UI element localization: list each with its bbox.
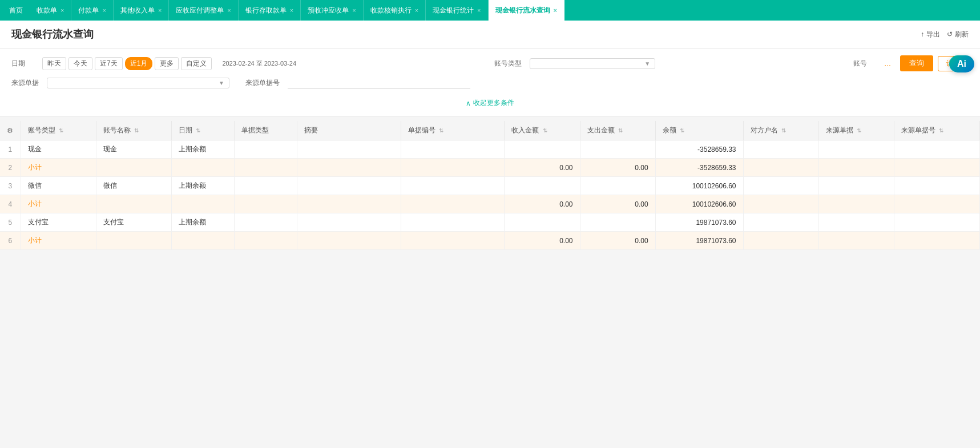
nav-tab-2[interactable]: 其他收入单 × (114, 0, 169, 21)
nav-tab-1[interactable]: 付款单 × (71, 0, 113, 21)
account-name-cell (96, 159, 171, 177)
counterpart-cell (743, 232, 818, 250)
source-doc-no-cell (894, 159, 979, 177)
close-tab-7[interactable]: × (477, 7, 481, 14)
account-type-select[interactable]: ▼ (530, 58, 655, 69)
date-cell: 上期余额 (171, 177, 234, 195)
nav-tab-3[interactable]: 应收应付调整单 × (169, 0, 238, 21)
doc-type-cell (235, 213, 297, 232)
close-tab-1[interactable]: × (102, 7, 106, 14)
date-cell: 上期余额 (171, 140, 234, 159)
close-tab-0[interactable]: × (61, 7, 64, 14)
date-btn-1month[interactable]: 近1月 (125, 57, 153, 70)
th-counterpart[interactable]: 对方户名 ⇅ (743, 121, 818, 140)
date-btn-yesterday[interactable]: 昨天 (42, 57, 66, 70)
source-doc-no-cell (894, 140, 979, 159)
ai-badge[interactable]: Ai (949, 55, 974, 72)
th-summary[interactable]: 摘要 (297, 121, 401, 140)
balance-cell: 19871073.60 (655, 232, 743, 250)
income-cell (505, 177, 580, 195)
close-tab-6[interactable]: × (415, 7, 418, 14)
row-num-cell: 5 (0, 213, 21, 232)
th-source-doc[interactable]: 来源单据 ⇅ (818, 121, 894, 140)
date-cell (171, 159, 234, 177)
account-filter: 账号 ... (853, 59, 896, 68)
th-account-name[interactable]: 账号名称 ⇅ (96, 121, 171, 140)
doc-no-cell (401, 177, 504, 195)
source-doc-no-cell (894, 213, 979, 232)
nav-tab-4[interactable]: 银行存取款单 × (239, 0, 301, 21)
date-btn-7days[interactable]: 近7天 (95, 57, 123, 70)
source-doc-cell (818, 213, 894, 232)
balance-cell: 100102606.60 (655, 195, 743, 213)
date-cell: 上期余额 (171, 213, 234, 232)
expense-cell (580, 140, 655, 159)
th-balance[interactable]: 余额 ⇅ (655, 121, 743, 140)
income-cell (505, 213, 580, 232)
th-doc-no[interactable]: 单据编号 ⇅ (401, 121, 504, 140)
th-date[interactable]: 日期 ⇅ (171, 121, 234, 140)
th-account-type[interactable]: 账号类型 ⇅ (21, 121, 96, 140)
source-doc-cell (818, 195, 894, 213)
close-tab-4[interactable]: × (290, 7, 293, 14)
account-type-cell: 小计 (21, 159, 96, 177)
sort-source-doc-no-icon: ⇅ (939, 127, 943, 134)
source-doc-no-input[interactable] (288, 77, 470, 89)
account-type-filter: 账号类型 ▼ (494, 58, 655, 69)
summary-cell (297, 213, 401, 232)
query-button[interactable]: 查询 (900, 55, 933, 71)
nav-tab-5[interactable]: 预收冲应收单 × (301, 0, 363, 21)
source-doc-cell (818, 232, 894, 250)
summary-cell (297, 232, 401, 250)
date-buttons: 昨天 今天 近7天 近1月 更多 自定义 (42, 57, 212, 70)
th-source-doc-no[interactable]: 来源单据号 ⇅ (894, 121, 979, 140)
collapse-bar[interactable]: ∧ 收起更多条件 (11, 95, 969, 109)
date-btn-today[interactable]: 今天 (68, 57, 92, 70)
refresh-button[interactable]: ↺ 刷新 (947, 30, 969, 39)
export-icon: ↑ (921, 30, 924, 38)
date-btn-custom[interactable]: 自定义 (181, 57, 212, 70)
source-doc-select[interactable]: ▼ (47, 78, 229, 88)
date-range-display: 2023-02-24 至 2023-03-24 (222, 59, 296, 68)
nav-tab-8[interactable]: 现金银行流水查询 × (489, 0, 564, 21)
sort-balance-icon: ⇅ (680, 127, 684, 134)
th-expense[interactable]: 支出金额 ⇅ (580, 121, 655, 140)
close-tab-3[interactable]: × (227, 7, 231, 14)
nav-home[interactable]: 首页 (2, 0, 30, 21)
th-income[interactable]: 收入金额 ⇅ (505, 121, 580, 140)
close-tab-5[interactable]: × (352, 7, 356, 14)
th-doc-type[interactable]: 单据类型 (235, 121, 297, 140)
account-name-cell (96, 195, 171, 213)
table-row: 1现金现金上期余额-3528659.33 (0, 140, 980, 159)
table-container: ⚙ 账号类型 ⇅ 账号名称 ⇅ 日期 ⇅ 单据类型 摘要 (0, 121, 980, 250)
summary-cell (297, 140, 401, 159)
doc-type-cell (235, 140, 297, 159)
table-row: 4小计0.000.00100102606.60 (0, 195, 980, 213)
filter-area: 日期 昨天 今天 近7天 近1月 更多 自定义 2023-02-24 至 202… (0, 49, 980, 116)
refresh-icon: ↺ (947, 30, 953, 38)
nav-tab-7[interactable]: 现金银行统计 × (426, 0, 488, 21)
nav-tab-6[interactable]: 收款核销执行 × (364, 0, 426, 21)
counterpart-cell (743, 140, 818, 159)
source-doc-cell (818, 159, 894, 177)
source-doc-label: 来源单据 (11, 78, 39, 88)
account-dots-button[interactable]: ... (884, 59, 891, 68)
date-btn-more[interactable]: 更多 (155, 57, 179, 70)
sort-doc-no-icon: ⇅ (439, 127, 443, 134)
doc-type-cell (235, 159, 297, 177)
source-doc-no-label: 来源单据号 (245, 78, 280, 88)
export-button[interactable]: ↑ 导出 (921, 30, 940, 39)
table-row: 2小计0.000.00-3528659.33 (0, 159, 980, 177)
th-gear[interactable]: ⚙ (0, 121, 21, 140)
close-tab-8[interactable]: × (554, 7, 557, 14)
account-type-cell: 微信 (21, 177, 96, 195)
nav-tab-0[interactable]: 收款单 × (30, 0, 71, 21)
summary-cell (297, 177, 401, 195)
counterpart-cell (743, 159, 818, 177)
close-tab-2[interactable]: × (158, 7, 162, 14)
account-name-cell: 微信 (96, 177, 171, 195)
source-doc-cell (818, 140, 894, 159)
doc-type-cell (235, 177, 297, 195)
table-row: 6小计0.000.0019871073.60 (0, 232, 980, 250)
row-num-cell: 6 (0, 232, 21, 250)
